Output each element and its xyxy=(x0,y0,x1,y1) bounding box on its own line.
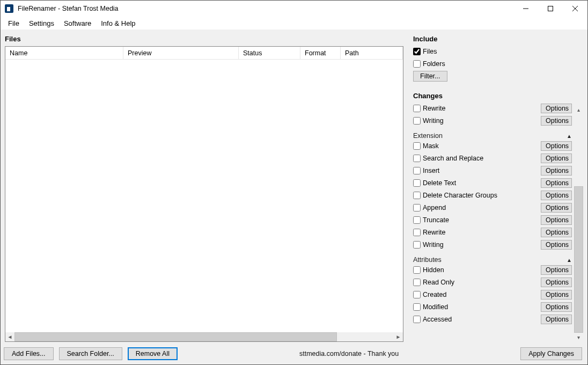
vscroll-thumb[interactable] xyxy=(574,186,583,333)
ext-delete-text-checkbox[interactable] xyxy=(413,179,421,187)
attr-hidden-row: Hidden Options xyxy=(413,264,572,276)
ext-rewrite-label: Rewrite xyxy=(423,229,541,236)
ext-rewrite-options-button[interactable]: Options xyxy=(541,228,572,237)
attr-created-options-button[interactable]: Options xyxy=(541,290,572,300)
changes-writing-checkbox[interactable] xyxy=(413,117,421,125)
include-files-label: Files xyxy=(423,48,572,55)
ext-append-checkbox[interactable] xyxy=(413,204,421,211)
ext-search-replace-options-button[interactable]: Options xyxy=(541,154,572,163)
attr-accessed-checkbox[interactable] xyxy=(413,316,421,323)
ext-rewrite-row: Rewrite Options xyxy=(413,226,572,238)
changes-writing-row: Writing Options xyxy=(413,114,572,127)
col-header-preview[interactable]: Preview xyxy=(123,47,239,59)
ext-search-replace-label: Search and Replace xyxy=(423,155,541,162)
ext-truncate-label: Truncate xyxy=(423,216,541,224)
file-list-body[interactable] xyxy=(5,60,403,332)
ext-append-row: Append Options xyxy=(413,201,572,214)
attr-accessed-options-button[interactable]: Options xyxy=(541,315,572,324)
options-panel: Include Files Folders Filter... Changes … xyxy=(403,33,583,342)
maximize-button[interactable] xyxy=(538,1,563,17)
ext-append-options-button[interactable]: Options xyxy=(541,203,572,213)
ext-delete-char-groups-checkbox[interactable] xyxy=(413,192,421,199)
attr-created-checkbox[interactable] xyxy=(413,291,421,298)
hscroll-track[interactable] xyxy=(14,332,394,341)
ext-mask-options-button[interactable]: Options xyxy=(541,141,572,151)
titlebar: FileRenamer - Stefan Trost Media xyxy=(1,1,587,17)
ext-insert-label: Insert xyxy=(423,167,541,174)
changes-writing-label: Writing xyxy=(423,117,541,125)
content-area: Files Name Preview Status Format Path ◄ … xyxy=(1,30,587,345)
file-list-headers: Name Preview Status Format Path xyxy=(5,47,403,60)
ext-insert-row: Insert Options xyxy=(413,164,572,177)
options-vscroll[interactable]: ▴ ▾ xyxy=(574,33,583,342)
menu-info-help[interactable]: Info & Help xyxy=(97,18,139,28)
ext-writing-options-button[interactable]: Options xyxy=(541,240,572,250)
attr-hidden-options-button[interactable]: Options xyxy=(541,265,572,275)
changes-rewrite-label: Rewrite xyxy=(423,105,541,112)
ext-append-label: Append xyxy=(423,204,541,211)
changes-rewrite-checkbox[interactable] xyxy=(413,105,421,112)
close-button[interactable] xyxy=(563,1,587,17)
attr-read-only-checkbox[interactable] xyxy=(413,279,421,286)
attr-modified-row: Modified Options xyxy=(413,301,572,313)
menu-settings[interactable]: Settings xyxy=(25,18,58,28)
attr-hidden-label: Hidden xyxy=(423,266,541,274)
ext-insert-options-button[interactable]: Options xyxy=(541,166,572,176)
attr-modified-checkbox[interactable] xyxy=(413,303,421,311)
changes-rewrite-options-button[interactable]: Options xyxy=(541,104,572,113)
vscroll-track[interactable] xyxy=(574,114,583,333)
vscroll-down-icon[interactable]: ▾ xyxy=(574,333,583,342)
extension-collapse-icon[interactable]: ▲ xyxy=(567,133,572,139)
files-heading: Files xyxy=(5,33,403,45)
maximize-icon xyxy=(548,6,553,11)
file-list-hscroll[interactable]: ◄ ► xyxy=(5,332,403,341)
donate-text: sttmedia.com/donate - Thank you xyxy=(299,350,399,357)
options-inner: Include Files Folders Filter... Changes … xyxy=(403,33,572,342)
changes-rewrite-row: Rewrite Options xyxy=(413,102,572,114)
changes-writing-options-button[interactable]: Options xyxy=(541,116,572,126)
filter-button[interactable]: Filter... xyxy=(413,71,447,82)
scroll-right-icon[interactable]: ► xyxy=(394,332,403,341)
attr-created-row: Created Options xyxy=(413,288,572,301)
minimize-button[interactable] xyxy=(513,1,538,17)
ext-writing-row: Writing Options xyxy=(413,238,572,251)
menu-file[interactable]: File xyxy=(4,18,24,28)
col-header-path[interactable]: Path xyxy=(341,47,403,59)
search-folder-button[interactable]: Search Folder... xyxy=(59,347,122,360)
attr-read-only-options-button[interactable]: Options xyxy=(541,278,572,287)
include-folders-row: Folders xyxy=(413,57,572,70)
include-files-checkbox[interactable] xyxy=(413,48,421,55)
attr-accessed-label: Accessed xyxy=(423,316,541,323)
ext-delete-char-groups-row: Delete Character Groups Options xyxy=(413,189,572,201)
ext-search-replace-checkbox[interactable] xyxy=(413,155,421,162)
scroll-left-icon[interactable]: ◄ xyxy=(5,332,14,341)
app-icon xyxy=(5,4,13,13)
ext-delete-text-label: Delete Text xyxy=(423,179,541,187)
vscroll-up-icon[interactable]: ▴ xyxy=(574,105,583,114)
attributes-heading-row: Attributes ▲ xyxy=(413,256,572,264)
attributes-collapse-icon[interactable]: ▲ xyxy=(567,257,572,263)
ext-delete-char-groups-options-button[interactable]: Options xyxy=(541,191,572,200)
minimize-icon xyxy=(523,6,528,11)
ext-mask-checkbox[interactable] xyxy=(413,142,421,150)
apply-changes-button[interactable]: Apply Changes xyxy=(520,347,582,360)
col-header-format[interactable]: Format xyxy=(300,47,341,59)
ext-insert-checkbox[interactable] xyxy=(413,167,421,174)
ext-truncate-options-button[interactable]: Options xyxy=(541,215,572,225)
attr-hidden-checkbox[interactable] xyxy=(413,266,421,274)
ext-truncate-row: Truncate Options xyxy=(413,214,572,226)
col-header-status[interactable]: Status xyxy=(239,47,300,59)
hscroll-thumb[interactable] xyxy=(14,332,337,341)
attr-modified-options-button[interactable]: Options xyxy=(541,302,572,312)
ext-rewrite-checkbox[interactable] xyxy=(413,229,421,236)
include-heading: Include xyxy=(413,33,572,45)
ext-writing-checkbox[interactable] xyxy=(413,241,421,249)
ext-delete-text-options-button[interactable]: Options xyxy=(541,178,572,188)
ext-truncate-checkbox[interactable] xyxy=(413,216,421,224)
col-header-name[interactable]: Name xyxy=(5,47,123,59)
changes-heading: Changes xyxy=(413,90,572,102)
remove-all-button[interactable]: Remove All xyxy=(128,347,178,360)
include-folders-checkbox[interactable] xyxy=(413,60,421,68)
add-files-button[interactable]: Add Files... xyxy=(4,347,54,360)
menu-software[interactable]: Software xyxy=(60,18,95,28)
